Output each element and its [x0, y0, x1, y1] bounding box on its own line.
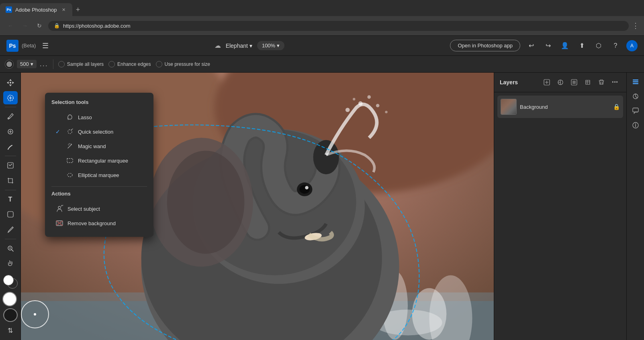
- add-layer-button[interactable]: [541, 77, 552, 88]
- layers-panel-toggle[interactable]: [630, 76, 642, 88]
- layer-thumb-image: [501, 99, 516, 114]
- select-subject-label: Select subject: [67, 206, 100, 212]
- hand-tool-button[interactable]: [3, 257, 18, 270]
- adjustment-layer-button[interactable]: [555, 77, 566, 88]
- layers-title: Layers: [500, 79, 541, 86]
- adjustments-panel-toggle[interactable]: [630, 90, 642, 102]
- dodge-tool-button[interactable]: [3, 159, 18, 172]
- account-button[interactable]: 👤: [559, 40, 571, 52]
- quick-selection-icon: [66, 128, 74, 136]
- quick-selection-check: ✓: [55, 128, 62, 135]
- active-tab[interactable]: Ps Adobe Photoshop ✕: [0, 3, 72, 16]
- fx-button[interactable]: [582, 77, 593, 88]
- secure-icon: 🔒: [54, 23, 60, 29]
- delete-layer-button[interactable]: [596, 77, 607, 88]
- app-logo: Ps (Beta): [6, 40, 36, 52]
- svg-rect-34: [67, 159, 73, 163]
- shape-tool-button[interactable]: [3, 208, 18, 221]
- text-tool-icon: T: [8, 196, 12, 203]
- magic-wand-item[interactable]: Magic wand: [51, 139, 147, 153]
- selection-tool-button[interactable]: [3, 91, 18, 105]
- browser-menu-button[interactable]: ⋮: [632, 21, 639, 30]
- right-icon-strip: [626, 73, 644, 340]
- move-tool-button[interactable]: [3, 76, 18, 90]
- refresh-button[interactable]: ↻: [34, 20, 45, 31]
- open-in-photoshop-button[interactable]: Open in Photoshop app: [450, 40, 520, 51]
- pen-tool-button[interactable]: [3, 223, 18, 236]
- use-pressure-toggle-icon: [156, 61, 162, 67]
- smudge-tool-button[interactable]: [3, 140, 18, 154]
- ellip-marquee-label: Elliptical marquee: [78, 172, 119, 178]
- text-tool-button[interactable]: T: [3, 193, 18, 206]
- rect-marquee-icon: [66, 157, 74, 165]
- ps-logo: Ps: [6, 40, 18, 52]
- document-name[interactable]: Elephant ▾: [226, 43, 252, 49]
- svg-point-32: [346, 108, 350, 112]
- address-bar[interactable]: 🔒 https://photoshop.adobe.com: [48, 21, 629, 31]
- svg-point-26: [167, 151, 245, 254]
- lasso-icon: [66, 113, 74, 121]
- help-button[interactable]: ?: [609, 40, 622, 52]
- magic-wand-icon: [66, 142, 74, 150]
- enhance-edges-toggle-icon: [108, 61, 115, 67]
- brush-tool-button[interactable]: [3, 110, 18, 123]
- layer-name: Background: [520, 104, 610, 110]
- color-indicator[interactable]: [3, 275, 18, 289]
- toolbar-divider-3: [5, 190, 16, 190]
- undo-button[interactable]: ↩: [525, 40, 537, 52]
- brush-size-control[interactable]: 500 ▾: [17, 60, 37, 68]
- sample-all-layers-toggle[interactable]: Sample all layers: [58, 61, 104, 67]
- lasso-label: Lasso: [78, 114, 92, 120]
- redo-button[interactable]: ↪: [542, 40, 554, 52]
- select-subject-action[interactable]: Select subject: [51, 202, 147, 216]
- zoom-chevron: ▾: [277, 43, 280, 49]
- layers-content: Background 🔒: [494, 92, 626, 340]
- tab-close-button[interactable]: ✕: [60, 6, 67, 13]
- remove-background-action[interactable]: Remove background: [51, 216, 147, 230]
- rectangular-marquee-item[interactable]: Rectangular marquee: [51, 153, 147, 168]
- crop-tool-button[interactable]: [3, 174, 18, 187]
- info-panel-toggle[interactable]: [630, 119, 642, 131]
- plugins-button[interactable]: ⬡: [593, 40, 605, 52]
- use-pressure-toggle[interactable]: Use pressure for size: [156, 61, 210, 67]
- layers-more-options[interactable]: •••: [609, 77, 621, 88]
- hamburger-menu-button[interactable]: ☰: [42, 41, 49, 50]
- svg-rect-5: [8, 212, 13, 217]
- background-layer[interactable]: Background 🔒: [497, 96, 623, 118]
- canvas-area[interactable]: Selection tools Lasso ✓ Quick selection: [21, 73, 494, 340]
- comments-panel-toggle[interactable]: [630, 105, 642, 117]
- sort-button[interactable]: ⇅: [3, 324, 18, 337]
- zoom-tool-button[interactable]: [3, 242, 18, 255]
- zoom-control[interactable]: 100% ▾: [257, 41, 284, 50]
- back-button[interactable]: ←: [5, 20, 16, 31]
- healing-brush-button[interactable]: [3, 125, 18, 138]
- white-swatch: [2, 292, 17, 306]
- user-avatar[interactable]: A: [626, 40, 638, 51]
- doc-name-chevron: ▾: [249, 43, 252, 49]
- layers-panel-header: Layers: [494, 73, 626, 92]
- selection-tools-panel: Selection tools Lasso ✓ Quick selection: [45, 93, 153, 237]
- mask-button[interactable]: [568, 77, 580, 88]
- size-chevron: ▾: [31, 61, 33, 67]
- lasso-tool-item[interactable]: Lasso: [51, 110, 147, 124]
- foreground-color[interactable]: [3, 275, 14, 285]
- svg-point-30: [376, 104, 380, 108]
- svg-point-0: [10, 82, 11, 83]
- enhance-edges-toggle[interactable]: Enhance edges: [108, 61, 151, 67]
- forward-button[interactable]: →: [19, 20, 31, 31]
- svg-point-23: [305, 186, 309, 189]
- svg-point-28: [367, 95, 371, 99]
- tab-title: Adobe Photoshop: [15, 7, 57, 13]
- brush-preview: [5, 60, 14, 69]
- share-button[interactable]: ⬆: [576, 40, 588, 52]
- remove-background-icon: [55, 219, 63, 227]
- quick-selection-item[interactable]: ✓ Quick selection: [51, 124, 147, 139]
- svg-point-31: [385, 111, 387, 113]
- toolbar-divider-1: [5, 107, 16, 107]
- more-options-button[interactable]: ...: [40, 60, 48, 68]
- elliptical-marquee-item[interactable]: Elliptical marquee: [51, 168, 147, 182]
- new-tab-button[interactable]: +: [72, 4, 84, 15]
- beta-label: (Beta): [22, 43, 36, 49]
- svg-point-33: [68, 130, 72, 134]
- toolbar-right: Open in Photoshop app ↩ ↪ 👤 ⬆ ⬡ ? A: [450, 40, 638, 52]
